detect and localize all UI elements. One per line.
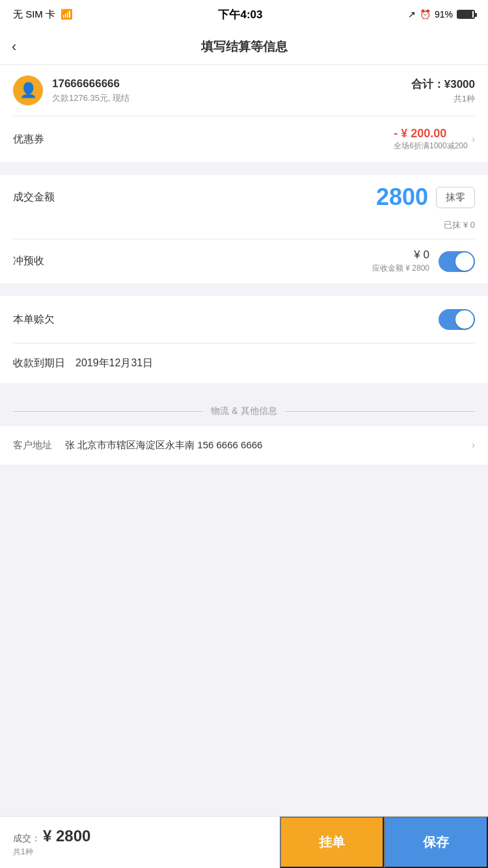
status-bar: 无 SIM 卡 📶 下午4:03 ↗ ⏰ 91% bbox=[0, 0, 488, 29]
location-icon: ↗ bbox=[408, 9, 416, 20]
customer-info: 17666666666 欠款1276.35元, 现结 bbox=[52, 77, 129, 104]
duedate-label: 收款到期日 bbox=[13, 357, 65, 370]
toggle-thumb bbox=[455, 252, 474, 271]
deal-sub: 已抹 ¥ 0 bbox=[0, 219, 488, 239]
header-line-right bbox=[285, 411, 475, 412]
footer-spacer bbox=[0, 471, 488, 536]
logistics-header-text: 物流 & 其他信息 bbox=[211, 405, 277, 417]
deal-amount: 2800 bbox=[376, 185, 428, 209]
bottom-deal-row: 成交： ¥ 2800 bbox=[13, 827, 267, 845]
round-button[interactable]: 抹零 bbox=[436, 187, 475, 208]
back-button[interactable]: ‹ bbox=[12, 38, 16, 55]
chevron-right-icon: › bbox=[472, 133, 475, 145]
status-time: 下午4:03 bbox=[218, 7, 262, 22]
bottom-summary: 成交： ¥ 2800 共1种 bbox=[0, 827, 280, 858]
coupon-row[interactable]: 优惠券 - ¥ 200.00 全场6折满1000减200 › bbox=[0, 116, 488, 162]
nav-bar: ‹ 填写结算等信息 bbox=[0, 29, 488, 65]
bottom-bar: 成交： ¥ 2800 共1种 挂单 保存 bbox=[0, 816, 488, 868]
address-card: 客户地址 张 北京市市辖区海淀区永丰南 156 6666 6666 › bbox=[0, 426, 488, 465]
prepay-toggle[interactable] bbox=[439, 251, 475, 272]
carrier-label: 无 SIM 卡 bbox=[13, 8, 55, 21]
section-gap-2 bbox=[0, 290, 488, 296]
section-gap-3 bbox=[0, 390, 488, 396]
deal-right: 2800 抹零 bbox=[376, 185, 475, 209]
duedate-row: 收款到期日 2019年12月31日 bbox=[0, 344, 488, 383]
customer-left: 👤 17666666666 欠款1276.35元, 现结 bbox=[13, 75, 129, 105]
deal-card: 成交金额 2800 抹零 已抹 ¥ 0 冲预收 ¥ 0 应收金额 ¥ 2800 bbox=[0, 175, 488, 283]
bottom-count: 共1种 bbox=[13, 847, 267, 858]
total-count: 共1种 bbox=[411, 93, 475, 105]
debt-label: 本单赊欠 bbox=[13, 313, 55, 327]
wifi-icon: 📶 bbox=[61, 8, 73, 20]
section-gap-1 bbox=[0, 169, 488, 175]
prepay-amount-block: ¥ 0 应收金额 ¥ 2800 bbox=[372, 249, 429, 274]
bottom-deal-label: 成交： bbox=[13, 833, 40, 845]
status-right: ↗ ⏰ 91% bbox=[408, 9, 475, 20]
debt-row: 本单赊欠 bbox=[0, 296, 488, 343]
battery-percent: 91% bbox=[435, 9, 453, 20]
status-left: 无 SIM 卡 📶 bbox=[13, 8, 73, 21]
customer-card: 👤 17666666666 欠款1276.35元, 现结 合计：¥3000 共1… bbox=[0, 65, 488, 162]
customer-row: 👤 17666666666 欠款1276.35元, 现结 合计：¥3000 共1… bbox=[0, 65, 488, 116]
debt-toggle[interactable] bbox=[439, 309, 475, 330]
page-title: 填写结算等信息 bbox=[201, 38, 288, 55]
prepay-row: 冲预收 ¥ 0 应收金额 ¥ 2800 bbox=[0, 239, 488, 283]
bottom-amount: ¥ 2800 bbox=[43, 827, 90, 845]
battery-fill bbox=[458, 11, 472, 18]
total-value: 合计：¥3000 bbox=[411, 77, 475, 92]
customer-right: 合计：¥3000 共1种 bbox=[411, 77, 475, 105]
prepay-sub: 应收金额 ¥ 2800 bbox=[372, 263, 429, 274]
coupon-label: 优惠券 bbox=[13, 133, 44, 146]
address-chevron-icon: › bbox=[472, 439, 475, 451]
coupon-desc: 全场6折满1000减200 bbox=[394, 141, 467, 152]
address-label: 客户地址 bbox=[13, 439, 52, 452]
pending-button[interactable]: 挂单 bbox=[280, 817, 384, 868]
save-button[interactable]: 保存 bbox=[384, 817, 488, 868]
address-value: 张 北京市市辖区海淀区永丰南 156 6666 6666 bbox=[65, 438, 472, 453]
header-line-left bbox=[13, 411, 203, 412]
alarm-icon: ⏰ bbox=[420, 9, 431, 20]
coupon-amount: - ¥ 200.00 bbox=[394, 127, 467, 141]
battery-bar bbox=[457, 10, 475, 19]
address-row[interactable]: 客户地址 张 北京市市辖区海淀区永丰南 156 6666 6666 › bbox=[0, 426, 488, 465]
deal-label: 成交金额 bbox=[13, 191, 55, 204]
logistics-section-header: 物流 & 其他信息 bbox=[0, 396, 488, 426]
duedate-value: 2019年12月31日 bbox=[75, 357, 153, 370]
avatar-icon: 👤 bbox=[20, 82, 37, 99]
avatar: 👤 bbox=[13, 75, 43, 105]
prepay-amount: ¥ 0 bbox=[372, 249, 429, 262]
prepay-right: ¥ 0 应收金额 ¥ 2800 bbox=[372, 249, 475, 274]
coupon-right: - ¥ 200.00 全场6折满1000减200 › bbox=[394, 127, 475, 152]
prepay-label: 冲预收 bbox=[13, 254, 44, 268]
deal-row: 成交金额 2800 抹零 bbox=[0, 175, 488, 219]
customer-sub: 欠款1276.35元, 现结 bbox=[52, 92, 129, 104]
debt-toggle-thumb bbox=[455, 310, 474, 329]
customer-phone: 17666666666 bbox=[52, 77, 129, 90]
coupon-info: - ¥ 200.00 全场6折满1000减200 bbox=[394, 127, 467, 152]
debt-card: 本单赊欠 收款到期日 2019年12月31日 bbox=[0, 296, 488, 383]
